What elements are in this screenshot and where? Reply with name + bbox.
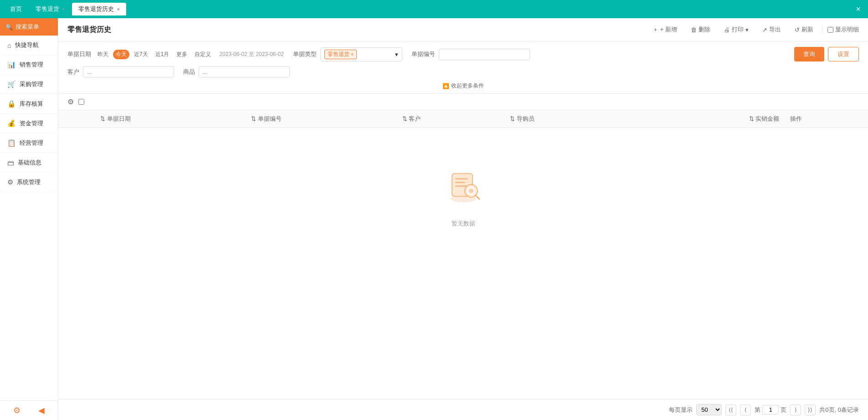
sidebar-item-sales-mgmt[interactable]: 📊 销售管理	[0, 55, 58, 75]
sidebar-item-inventory-label: 库存核算	[20, 100, 43, 108]
shortcut-7days[interactable]: 近7天	[131, 50, 151, 59]
print-button[interactable]: 🖨 打印 ▾	[719, 24, 753, 36]
pagination: 每页显示 20 50 100 ⟨⟨ ⟨ 第 页 ⟩ ⟩⟩ 共0页, 0条记录	[58, 399, 868, 420]
tab-retail-return-history[interactable]: 零售退货历史 ×	[72, 3, 126, 15]
sidebar-item-operations[interactable]: 📋 经营管理	[0, 133, 58, 153]
new-icon: ＋	[652, 26, 658, 34]
new-label: + 新增	[660, 26, 677, 34]
date-filter-label: 单据日期	[67, 50, 91, 58]
sidebar-search-label: 搜索菜单	[15, 23, 39, 31]
sidebar-item-inventory[interactable]: 🔒 库存核算	[0, 94, 58, 114]
page-number-input[interactable]	[762, 405, 779, 415]
sidebar-item-finance[interactable]: 💰 资金管理	[0, 114, 58, 133]
col-customer[interactable]: ⇅ 客户	[397, 110, 504, 128]
prev-page-button[interactable]: ⟨	[740, 405, 751, 415]
collapse-btn-label: 收起更多条件	[451, 82, 484, 90]
col-settings	[58, 110, 77, 128]
filter-area: 单据日期 昨天 今天 近7天 近1月 更多 自定义 2023-06-02 至 2…	[58, 41, 868, 94]
per-page-select[interactable]: 20 50 100	[696, 404, 722, 415]
sidebar-item-quick-nav[interactable]: ⌂ 快捷导航	[0, 36, 58, 55]
date-filter: 单据日期 昨天 今天 近7天 近1月 更多 自定义 2023-06-02 至 2…	[67, 50, 284, 59]
tab-retail-return-history-label: 零售退货历史	[78, 5, 114, 13]
page-prefix: 第	[755, 406, 760, 414]
delete-button[interactable]: 🗑 删除	[686, 24, 715, 36]
sidebar-item-operations-label: 经营管理	[20, 139, 43, 147]
doc-no-input[interactable]	[439, 49, 530, 60]
show-detail-checkbox[interactable]	[827, 27, 833, 33]
data-table: ⇅ 单据日期 ⇅ 单据编号 ⇅ 客户 ⇅ 导购员 ⇅ 实销金额	[58, 110, 868, 128]
goods-filter: 商品	[183, 66, 290, 77]
col-amount-label: ⇅ 实销金额	[749, 115, 780, 122]
collapse-sidebar-icon[interactable]: ◀	[38, 405, 45, 415]
window-close-button[interactable]: ×	[852, 5, 864, 14]
shortcut-custom[interactable]: 自定义	[192, 50, 214, 59]
sidebar-search[interactable]: 🔍 搜索菜单	[0, 18, 58, 36]
tab-home[interactable]: 首页	[4, 3, 28, 15]
goods-input[interactable]	[199, 66, 290, 77]
first-page-button[interactable]: ⟨⟨	[725, 405, 736, 415]
export-icon: ↗	[762, 26, 767, 33]
svg-rect-4	[455, 185, 467, 187]
customer-input[interactable]	[83, 66, 174, 77]
delete-label: 删除	[699, 26, 710, 34]
shortcut-today[interactable]: 今天	[113, 50, 129, 59]
svg-rect-2	[455, 178, 468, 179]
table-settings-icon[interactable]: ⚙	[67, 97, 74, 106]
refresh-button[interactable]: ↺ 刷新	[790, 24, 818, 36]
settings-button[interactable]: 设置	[828, 47, 859, 61]
quick-nav-icon: ⌂	[7, 41, 11, 49]
sidebar-item-purchase-mgmt[interactable]: 🛒 采购管理	[0, 75, 58, 94]
tab-retail-return[interactable]: 零售退货 ×	[29, 3, 71, 15]
inventory-icon: 🔒	[7, 100, 16, 108]
col-guide-label: ⇅ 导购员	[510, 115, 534, 122]
close-tab-retail-return-icon[interactable]: ×	[62, 6, 65, 12]
collapse-filter-button[interactable]: 🔼 收起更多条件	[442, 82, 484, 90]
purchase-icon: 🛒	[7, 80, 16, 88]
page-title: 零售退货历史	[67, 25, 111, 35]
col-guide[interactable]: ⇅ 导购员	[504, 110, 634, 128]
header-actions: ＋ + 新增 🗑 删除 🖨 打印 ▾ ↗ 导出 ↺	[648, 24, 859, 36]
col-no-label: ⇅ 单据编号	[251, 115, 282, 122]
header-divider	[822, 26, 823, 33]
date-shortcuts: 昨天 今天 近7天 近1月 更多 自定义	[95, 50, 214, 59]
select-all-checkbox[interactable]	[78, 99, 84, 105]
svg-rect-3	[455, 182, 465, 183]
system-mgmt-icon: ⚙	[7, 178, 13, 186]
content-area: 零售退货历史 ＋ + 新增 🗑 删除 🖨 打印 ▾ ↗ 导出	[58, 18, 868, 420]
show-detail-label: 显示明细	[835, 26, 859, 34]
basic-info-icon: 🗃	[7, 159, 14, 167]
doc-type-select[interactable]: 零售退货 × ▾	[320, 47, 402, 61]
customer-label: 客户	[67, 68, 79, 76]
doc-type-tag: 零售退货 ×	[324, 50, 357, 59]
pagination-total: 共0页, 0条记录	[819, 406, 859, 414]
sidebar-item-system-mgmt-label: 系统管理	[17, 178, 41, 186]
sidebar-item-finance-label: 资金管理	[20, 119, 43, 128]
delete-icon: 🗑	[691, 26, 697, 33]
col-date[interactable]: ⇅ 单据日期	[95, 110, 246, 128]
filter-row-1: 单据日期 昨天 今天 近7天 近1月 更多 自定义 2023-06-02 至 2…	[67, 47, 859, 61]
query-button[interactable]: 查询	[794, 47, 824, 61]
customer-filter: 客户	[67, 66, 174, 77]
col-amount[interactable]: ⇅ 实销金额	[634, 110, 785, 128]
table-header-row: ⇅ 单据日期 ⇅ 单据编号 ⇅ 客户 ⇅ 导购员 ⇅ 实销金额	[58, 110, 868, 128]
sidebar-item-basic-info-label: 基础信息	[18, 159, 41, 167]
doc-type-tag-close[interactable]: ×	[351, 51, 354, 57]
export-button[interactable]: ↗ 导出	[758, 24, 786, 36]
last-page-button[interactable]: ⟩⟩	[805, 405, 816, 415]
shortcut-more[interactable]: 更多	[174, 50, 190, 59]
settings-bottom-icon[interactable]: ⚙	[13, 405, 21, 415]
sidebar-item-basic-info[interactable]: 🗃 基础信息	[0, 153, 58, 173]
shortcut-yesterday[interactable]: 昨天	[95, 50, 111, 59]
close-tab-history-icon[interactable]: ×	[117, 6, 119, 12]
doc-type-label: 单据类型	[293, 50, 317, 58]
sidebar-item-purchase-label: 采购管理	[20, 80, 43, 88]
table-wrapper: ⇅ 单据日期 ⇅ 单据编号 ⇅ 客户 ⇅ 导购员 ⇅ 实销金额	[58, 110, 868, 399]
new-button[interactable]: ＋ + 新增	[648, 24, 682, 36]
next-page-button[interactable]: ⟩	[790, 405, 801, 415]
col-no[interactable]: ⇅ 单据编号	[246, 110, 396, 128]
page-input-area: 第 页	[755, 405, 786, 415]
show-detail-toggle[interactable]: 显示明细	[827, 26, 859, 34]
sidebar-item-system-mgmt[interactable]: ⚙ 系统管理	[0, 173, 58, 192]
shortcut-1month[interactable]: 近1月	[153, 50, 172, 59]
print-icon: 🖨	[724, 26, 730, 33]
